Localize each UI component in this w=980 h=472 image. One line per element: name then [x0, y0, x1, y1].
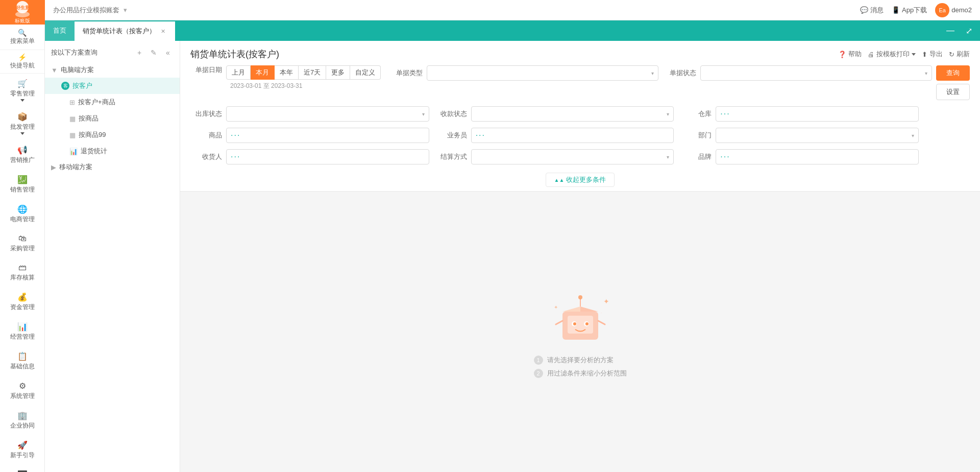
scheme-item-by-customer-goods[interactable]: ⊞ 按客户+商品 — [45, 94, 180, 110]
sidebar-item-guide[interactable]: 🚀 新手引导 — [0, 435, 44, 465]
app-download-btn[interactable]: 📱 App下载 — [892, 6, 927, 15]
last-7-btn[interactable]: 近7天 — [299, 65, 326, 80]
sidebar-item-sales[interactable]: 💹 销售管理 — [0, 170, 44, 199]
template-print-label: 按模板打印 — [876, 50, 910, 59]
settlement-input[interactable]: ▾ — [471, 149, 674, 164]
scheme-item-by-customer[interactable]: 客 按客户 — [45, 78, 180, 94]
empty-state: ✦ ✦ · 1 请先选择要分析的方案 2 用过滤条件来缩小分析范围 — [180, 192, 980, 472]
svg-line-11 — [556, 321, 562, 324]
help-btn[interactable]: ❓ 帮助 — [838, 50, 862, 59]
scheme-item-refund[interactable]: 📊 退货统计 — [45, 143, 180, 159]
department-filter: 部门 ▾ — [680, 128, 919, 143]
receipt-status-input[interactable]: ▾ — [471, 106, 674, 122]
date-range: 2023-03-01 至 2023-03-31 — [230, 82, 381, 90]
svg-text:·: · — [601, 311, 602, 315]
settlement-label: 结算方式 — [435, 152, 471, 161]
filter-area: 单据日期 上月 本月 本年 近7天 更多 自定义 2023-03-01 至 20… — [190, 65, 970, 191]
tab-sales-report[interactable]: 销货单统计表（按客户） ✕ — [75, 20, 175, 41]
empty-tip-1: 1 请先选择要分析的方案 — [534, 356, 627, 365]
goods-input[interactable]: ··· — [226, 128, 429, 143]
edit-scheme-btn[interactable]: ✎ — [148, 47, 159, 58]
custom-btn[interactable]: 自定义 — [350, 65, 381, 80]
user-name: demo2 — [951, 6, 972, 14]
export-btn[interactable]: ⬆ 导出 — [922, 50, 943, 59]
mobile-scheme-header[interactable]: ▶ 移动端方案 — [45, 159, 180, 175]
page-header: 销货单统计表(按客户) ❓ 帮助 🖨 按模板打印 ⬆ — [180, 41, 980, 192]
svg-point-1 — [15, 11, 30, 17]
by-goods-icon: ▦ — [69, 115, 76, 123]
doc-status-input[interactable]: ▾ — [700, 65, 932, 81]
last-month-btn[interactable]: 上月 — [226, 65, 251, 80]
doc-type-input[interactable]: ▾ — [427, 65, 658, 81]
sidebar-item-apps[interactable]: 🔲 应用中心 — [0, 465, 44, 472]
this-year-btn[interactable]: 本年 — [275, 65, 299, 80]
sidebar-item-system[interactable]: ⚙ 系统管理 — [0, 376, 44, 406]
refresh-btn[interactable]: ↻ 刷新 — [949, 50, 970, 59]
page-title: 销货单统计表(按客户) — [190, 48, 279, 60]
avatar: Ea — [935, 3, 949, 17]
export-label: 导出 — [929, 50, 943, 59]
sidebar-item-retail[interactable]: 🛒 零售管理 — [0, 74, 44, 107]
tab-maximize-btn[interactable]: ⤢ — [962, 23, 976, 38]
this-month-btn[interactable]: 本月 — [251, 65, 275, 80]
settings-btn[interactable]: 设置 — [936, 84, 970, 100]
salesperson-input[interactable]: ··· — [471, 128, 674, 143]
desktop-scheme-label: 电脑端方案 — [61, 65, 94, 75]
purchase-icon: 🛍 — [18, 234, 27, 243]
out-status-input[interactable]: ▾ — [226, 106, 429, 122]
sidebar-item-basic[interactable]: 📋 基础信息 — [0, 346, 44, 376]
by-customer-goods-icon: ⊞ — [69, 99, 75, 106]
finance-icon: 💰 — [17, 292, 28, 302]
header-left: 办公用品行业模拟账套 ▾ — [53, 6, 127, 15]
retail-expand-icon — [20, 99, 24, 102]
receipt-status-label: 收款状态 — [435, 109, 471, 119]
header-right: 💬 消息 📱 App下载 Ea demo2 — [860, 3, 972, 17]
add-scheme-btn[interactable]: + — [134, 47, 145, 58]
sidebar-search[interactable]: 🔍 搜索菜单 — [0, 25, 44, 50]
guide-icon: 🚀 — [17, 440, 28, 450]
tab-home[interactable]: 首页 — [45, 20, 75, 41]
template-print-btn[interactable]: 🖨 按模板打印 — [868, 50, 916, 59]
out-status-label: 出库状态 — [190, 109, 226, 119]
apps-icon: 🔲 — [17, 470, 28, 472]
scheme-item-by-goods-99[interactable]: ▦ 按商品99 — [45, 127, 180, 143]
sidebar-item-purchase[interactable]: 🛍 采购管理 — [0, 229, 44, 258]
refund-label: 退货统计 — [81, 147, 107, 156]
query-btn[interactable]: 查询 — [936, 65, 970, 81]
collapse-up-icon: ▲▲ — [554, 177, 565, 183]
sidebar-item-finance[interactable]: 💰 资金管理 — [0, 287, 44, 317]
sidebar-item-marketing[interactable]: 📢 营销推广 — [0, 140, 44, 170]
enterprise-icon: 🏢 — [17, 411, 28, 420]
wholesale-icon: 📦 — [17, 112, 28, 122]
page-actions: ❓ 帮助 🖨 按模板打印 ⬆ 导出 ↻ — [838, 50, 970, 59]
empty-illustration: ✦ ✦ · — [550, 286, 611, 347]
page-title-row: 销货单统计表(按客户) ❓ 帮助 🖨 按模板打印 ⬆ — [190, 48, 970, 60]
ecommerce-icon: 🌐 — [17, 204, 28, 214]
department-input[interactable]: ▾ — [716, 128, 919, 143]
industry-dropdown[interactable]: ▾ — [124, 6, 127, 14]
user-profile[interactable]: Ea demo2 — [935, 3, 972, 17]
tab-minimize-btn[interactable]: — — [943, 23, 958, 38]
more-btn[interactable]: 更多 — [326, 65, 350, 80]
collapse-btn[interactable]: ▲▲ 收起更多条件 — [546, 173, 615, 187]
sidebar-item-inventory[interactable]: 🗃 库存核算 — [0, 258, 44, 287]
sidebar-item-ecommerce[interactable]: 🌐 电商管理 — [0, 199, 44, 229]
sidebar-quicknav[interactable]: ⚡ 快捷导航 — [0, 50, 44, 74]
settlement-filter: 结算方式 ▾ — [435, 149, 674, 164]
sidebar-item-wholesale[interactable]: 📦 批发管理 — [0, 107, 44, 140]
desktop-scheme-header[interactable]: ▼ 电脑端方案 — [45, 62, 180, 78]
sidebar-item-enterprise[interactable]: 🏢 企业协同 — [0, 406, 44, 435]
warehouse-input[interactable]: ··· — [716, 106, 919, 122]
collapse-panel-btn[interactable]: « — [162, 47, 174, 58]
brand-input[interactable]: ··· — [716, 149, 919, 164]
sidebar-item-operations[interactable]: 📊 经营管理 — [0, 317, 44, 346]
message-btn[interactable]: 💬 消息 — [860, 6, 884, 15]
tab-close-btn[interactable]: ✕ — [159, 27, 167, 35]
by-customer-goods-label: 按客户+商品 — [78, 98, 115, 107]
sidebar: 好生意 标账版 🔍 搜索菜单 ⚡ 快捷导航 🛒 零售管理 📦 批发管理 📢 营销… — [0, 0, 45, 472]
salesperson-filter: 业务员 ··· — [435, 128, 674, 143]
scheme-item-by-goods[interactable]: ▦ 按商品 — [45, 110, 180, 127]
goods-filter: 商品 ··· — [190, 128, 429, 143]
message-icon: 💬 — [860, 6, 868, 14]
receiver-input[interactable]: ··· — [226, 149, 429, 164]
